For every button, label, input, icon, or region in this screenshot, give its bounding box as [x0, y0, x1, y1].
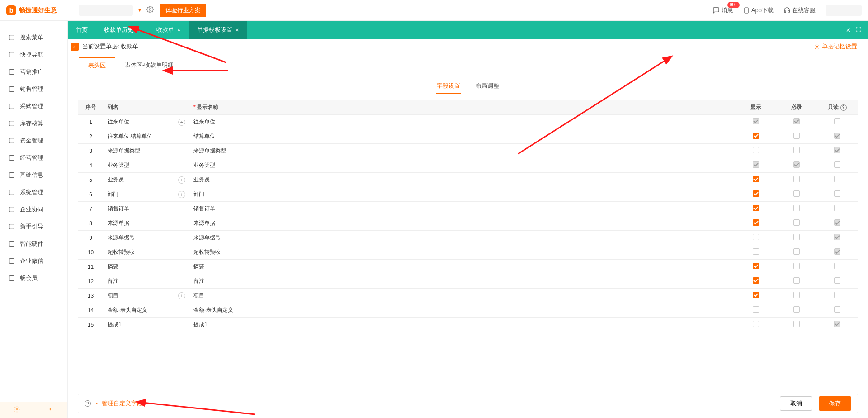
checkbox[interactable]: [834, 306, 840, 313]
tab-3[interactable]: 单据模板设置✕: [189, 21, 247, 39]
logo-text: 畅捷通好生意: [19, 6, 57, 14]
sidebar-item-7[interactable]: 经营管理: [0, 149, 67, 166]
fullscreen-icon[interactable]: [855, 26, 862, 34]
sidebar-item-9[interactable]: 系统管理: [0, 184, 67, 201]
sidebar-item-5[interactable]: 库存核算: [0, 115, 67, 132]
checkbox[interactable]: [834, 205, 840, 211]
checkbox[interactable]: [753, 306, 759, 313]
checkbox[interactable]: [793, 263, 800, 269]
checkbox[interactable]: [753, 321, 759, 327]
checkbox[interactable]: [753, 234, 759, 240]
checkbox[interactable]: [793, 292, 800, 298]
save-button[interactable]: 保存: [819, 396, 851, 411]
tab-0[interactable]: 首页: [68, 21, 96, 39]
checkbox[interactable]: [793, 321, 800, 327]
close-icon[interactable]: ✕: [177, 27, 181, 33]
checkbox[interactable]: [753, 248, 759, 255]
checkbox[interactable]: [793, 277, 800, 284]
close-icon[interactable]: ✕: [235, 27, 239, 33]
sidebar-item-8[interactable]: 基础信息: [0, 166, 67, 184]
manage-custom-fields-link[interactable]: 管理自定义字段: [94, 399, 143, 408]
mid-tab-1[interactable]: 布局调整: [475, 79, 500, 94]
checkbox[interactable]: [793, 176, 800, 182]
sidebar-item-3[interactable]: 销售管理: [0, 81, 67, 98]
add-icon[interactable]: +: [178, 176, 185, 184]
add-icon[interactable]: +: [178, 292, 185, 299]
expand-panel-icon[interactable]: »: [71, 43, 79, 51]
checkbox: [793, 118, 800, 124]
checkbox: [793, 162, 800, 168]
checkbox[interactable]: [753, 133, 759, 139]
sidebar-item-0[interactable]: 搜索菜单: [0, 29, 67, 46]
sidebar-item-10[interactable]: 企业协同: [0, 201, 67, 218]
checkbox[interactable]: [753, 277, 759, 284]
sidebar-item-11[interactable]: 新手引导: [0, 218, 67, 235]
help-icon[interactable]: ?: [840, 104, 847, 111]
checkbox[interactable]: [753, 205, 759, 211]
checkbox[interactable]: [793, 219, 800, 226]
left-nav: 搜索菜单快捷导航营销推广销售管理采购管理库存核算资金管理经营管理基础信息系统管理…: [0, 21, 68, 418]
gear-icon[interactable]: [146, 6, 154, 14]
checkbox[interactable]: [753, 176, 759, 182]
checkbox[interactable]: [793, 190, 800, 197]
svg-rect-10: [9, 156, 14, 161]
checkbox[interactable]: [834, 277, 840, 284]
sidebar-item-6[interactable]: 资金管理: [0, 132, 67, 149]
mid-tab-0[interactable]: 字段设置: [436, 79, 461, 94]
logo-icon: b: [6, 5, 16, 15]
try-plan-button[interactable]: 体验行业方案: [160, 4, 206, 17]
checkbox[interactable]: [834, 292, 840, 298]
close-all-icon[interactable]: ✕: [846, 27, 851, 33]
sidebar-item-4[interactable]: 采购管理: [0, 98, 67, 115]
checkbox[interactable]: [834, 118, 840, 124]
checkbox[interactable]: [793, 205, 800, 211]
section-tab-1[interactable]: 表体区-收款单明细: [115, 57, 183, 74]
checkbox[interactable]: [793, 147, 800, 153]
checkbox[interactable]: [834, 190, 840, 197]
chevron-down-icon: ▼: [137, 8, 142, 13]
sidebar-item-2[interactable]: 营销推广: [0, 63, 67, 81]
tab-1[interactable]: 收款单历史✕: [96, 21, 148, 39]
sidebar-item-14[interactable]: 畅会员: [0, 270, 67, 287]
add-icon[interactable]: +: [178, 119, 185, 126]
sidebar-item-13[interactable]: 企业微信: [0, 252, 67, 270]
collapse-icon[interactable]: [47, 406, 54, 414]
badge-99: 99+: [727, 2, 740, 8]
svg-rect-3: [9, 35, 14, 40]
checkbox[interactable]: [834, 176, 840, 182]
settings-small-icon[interactable]: [14, 406, 20, 414]
svg-rect-7: [9, 104, 14, 109]
tab-2[interactable]: 收款单✕: [148, 21, 189, 39]
sidebar-item-12[interactable]: 智能硬件: [0, 235, 67, 252]
cancel-button[interactable]: 取消: [780, 396, 812, 411]
section-tab-0[interactable]: 表头区: [79, 57, 115, 74]
account-switcher[interactable]: ▼: [79, 5, 142, 16]
close-icon[interactable]: ✕: [136, 27, 140, 33]
checkbox[interactable]: [793, 133, 800, 139]
sidebar-item-1[interactable]: 快捷导航: [0, 46, 67, 63]
add-icon[interactable]: +: [178, 191, 185, 198]
checkbox[interactable]: [753, 263, 759, 269]
checkbox[interactable]: [753, 292, 759, 298]
svg-rect-13: [9, 207, 14, 212]
checkbox[interactable]: [834, 162, 840, 168]
checkbox[interactable]: [793, 234, 800, 240]
logo: b 畅捷通好生意: [6, 5, 70, 15]
app-download-link[interactable]: App下载: [743, 6, 774, 14]
checkbox[interactable]: [793, 248, 800, 255]
help-icon[interactable]: ?: [85, 400, 91, 407]
checkbox[interactable]: [834, 263, 840, 269]
messages-link[interactable]: 消息 99+: [712, 6, 733, 14]
checkbox[interactable]: [753, 190, 759, 197]
gift-icon: [8, 68, 15, 76]
checkbox[interactable]: [793, 306, 800, 313]
table-row: 2往来单位.结算单位结算单位: [78, 129, 858, 144]
bag-icon: [8, 103, 15, 110]
checkbox[interactable]: [753, 147, 759, 153]
checkbox[interactable]: [753, 219, 759, 226]
user-avatar[interactable]: [826, 5, 862, 16]
support-link[interactable]: 在线客服: [783, 6, 816, 14]
checkbox: [834, 219, 840, 226]
memory-settings-link[interactable]: 单据记忆设置: [814, 43, 857, 51]
table-row: 14金额-表头自定义金额-表头自定义: [78, 303, 858, 318]
